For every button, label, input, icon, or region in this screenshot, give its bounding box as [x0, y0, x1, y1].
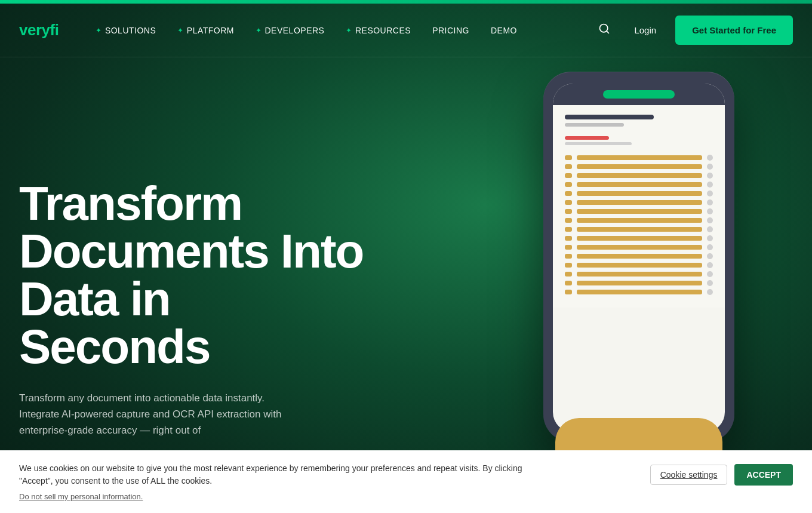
receipt-row — [565, 280, 713, 286]
developers-label: DEVELOPERS — [265, 26, 325, 35]
logo[interactable]: veryfi — [19, 21, 59, 39]
phone-pill — [603, 90, 675, 99]
receipt-row — [565, 226, 713, 232]
platform-icon: ✦ — [177, 26, 184, 35]
logo-text: veryfi — [19, 21, 59, 39]
pricing-label: PRICING — [432, 26, 469, 35]
get-started-button[interactable]: Get Started for Free — [675, 16, 793, 45]
receipt-line-4 — [565, 142, 632, 145]
receipt-row — [565, 217, 713, 223]
receipt-line-2 — [565, 123, 624, 127]
nav-demo[interactable]: DEMO — [482, 21, 525, 40]
hero-subtitle: Transform any document into actionable d… — [19, 390, 294, 439]
receipt-row — [565, 191, 713, 196]
cookie-banner: We use cookies on our website to give yo… — [0, 450, 812, 513]
nav-links: ✦ SOLUTIONS ✦ PLATFORM ✦ DEVELOPERS ✦ RE… — [87, 21, 593, 40]
accept-button[interactable]: ACCEPT — [734, 464, 793, 486]
receipt-row — [565, 235, 713, 241]
nav-developers[interactable]: ✦ DEVELOPERS — [247, 21, 333, 40]
cookie-message: We use cookies on our website to give yo… — [19, 462, 556, 487]
nav-resources[interactable]: ✦ RESOURCES — [337, 21, 419, 40]
phone-notch — [553, 84, 725, 105]
receipt-row — [565, 208, 713, 214]
phone-illustration — [525, 72, 752, 454]
nav-right: Login Get Started for Free — [593, 16, 793, 45]
receipt-row — [565, 182, 713, 188]
phone-base-decoration — [555, 418, 722, 454]
receipt-row — [565, 262, 713, 268]
resources-icon: ✦ — [346, 26, 352, 35]
demo-label: DEMO — [491, 26, 517, 35]
receipt-row — [565, 173, 713, 179]
receipt-row — [565, 289, 713, 295]
nav-solutions[interactable]: ✦ SOLUTIONS — [87, 21, 164, 40]
cookie-settings-button[interactable]: Cookie settings — [650, 465, 728, 485]
receipt-row — [565, 244, 713, 250]
platform-label: PLATFORM — [187, 26, 234, 35]
hero-title: Transform Documents Into Data in Seconds — [19, 180, 365, 371]
resources-label: RESOURCES — [355, 26, 411, 35]
svg-line-1 — [607, 31, 609, 33]
phone-body — [543, 72, 734, 442]
login-button[interactable]: Login — [627, 20, 663, 40]
receipt-line-3 — [565, 136, 609, 140]
main-nav: veryfi ✦ SOLUTIONS ✦ PLATFORM ✦ DEVELOPE… — [0, 4, 812, 57]
cookie-top-row: We use cookies on our website to give yo… — [19, 462, 793, 487]
developers-icon: ✦ — [256, 26, 262, 35]
search-button[interactable] — [593, 18, 615, 42]
receipt-row — [565, 199, 713, 205]
solutions-label: SOLUTIONS — [105, 26, 156, 35]
receipt-row — [565, 253, 713, 259]
nav-platform[interactable]: ✦ PLATFORM — [169, 21, 242, 40]
do-not-sell-link[interactable]: Do not sell my personal information. — [19, 492, 793, 501]
receipt-content — [553, 105, 725, 308]
nav-pricing[interactable]: PRICING — [424, 21, 478, 40]
phone-screen — [553, 84, 725, 432]
receipt-row — [565, 155, 713, 161]
receipt-line-1 — [565, 115, 654, 119]
hero-text-block: Transform Documents Into Data in Seconds… — [19, 132, 365, 439]
solutions-icon: ✦ — [96, 26, 102, 35]
receipt-row — [565, 271, 713, 277]
receipt-row — [565, 164, 713, 170]
cookie-buttons: Cookie settings ACCEPT — [650, 464, 793, 486]
